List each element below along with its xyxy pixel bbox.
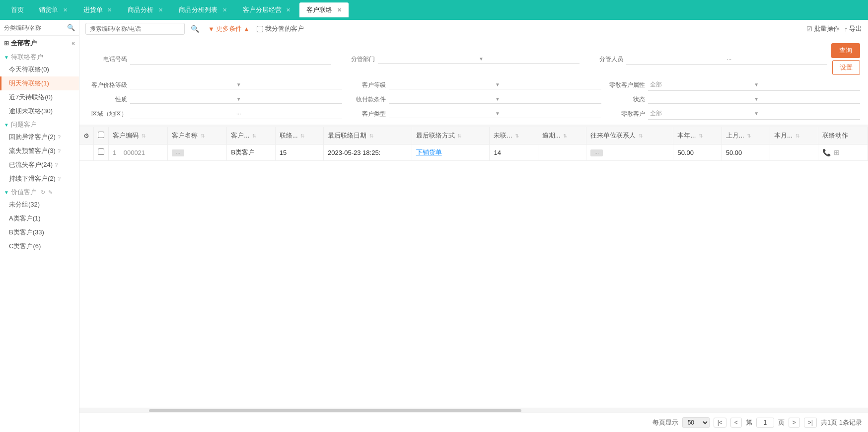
sidebar-item-overdue[interactable]: 逾期未联络(30) (0, 104, 79, 118)
sort-icon[interactable]: ⇅ (142, 133, 145, 139)
sidebar-all-customers[interactable]: ⊞ 全部客户 « (0, 36, 79, 51)
sidebar-search-input[interactable] (4, 24, 65, 31)
close-icon[interactable]: ✕ (286, 7, 290, 13)
my-customers-checkbox-label[interactable]: 我分管的客户 (257, 24, 304, 33)
gear-icon[interactable]: ⚙ (83, 132, 89, 140)
cell-contact-person: ··· (586, 144, 673, 161)
close-icon[interactable]: ✕ (158, 7, 163, 13)
dept-select[interactable]: ▼ (378, 55, 579, 64)
sidebar-search-icon[interactable]: 🔍 (67, 24, 75, 31)
chevron-down-icon: ▼ (754, 96, 858, 102)
region-label: 区域（地区） (87, 110, 127, 118)
scrollbar-thumb[interactable] (149, 409, 521, 412)
sort-icon[interactable]: ⇅ (699, 133, 703, 139)
sidebar-search-area: 🔍 (0, 20, 79, 36)
status-label: 状态 (605, 95, 645, 104)
help-icon[interactable]: ? (55, 162, 58, 168)
chevron-down-icon: ▼ (236, 82, 341, 87)
refresh-icon[interactable]: ↻ (41, 189, 45, 196)
nav-tab-customer-contact[interactable]: 客户联络 ✕ (299, 2, 349, 17)
per-page-select[interactable]: 50 100 (682, 417, 710, 428)
sidebar-item-b-class[interactable]: B类客户(33) (0, 225, 79, 239)
help-icon[interactable]: ? (58, 134, 61, 140)
search-input[interactable] (85, 23, 185, 35)
page-label: 第 (746, 418, 752, 427)
close-icon[interactable]: ✕ (222, 7, 227, 13)
sort-icon[interactable]: ⇅ (457, 133, 461, 139)
last-page-button[interactable]: >| (804, 418, 817, 428)
sidebar-item-a-class[interactable]: A类客户(1) (0, 212, 79, 225)
sidebar-item-declining[interactable]: 持续下滑客户(2) ? (0, 172, 79, 186)
filter-customer-type: 客户类型 ▼ (346, 109, 601, 118)
status-select[interactable]: ▼ (648, 95, 860, 104)
payment-label: 收付款条件 (346, 95, 386, 104)
nav-tab-sales[interactable]: 销货单 ✕ (32, 2, 74, 17)
page-number-input[interactable] (756, 418, 774, 428)
sidebar-item-abnormal[interactable]: 回购异常客户(2) ? (0, 130, 79, 144)
sort-icon[interactable]: ⇅ (252, 133, 256, 139)
help-icon[interactable]: ? (58, 176, 61, 182)
close-icon[interactable]: ✕ (337, 7, 342, 13)
sidebar-item-c-class[interactable]: C类客户(6) (0, 239, 79, 253)
customer-type-select[interactable]: ▼ (389, 109, 601, 118)
nav-home[interactable]: 首页 (5, 2, 30, 17)
sort-icon[interactable]: ⇅ (515, 133, 519, 139)
prev-page-button[interactable]: < (730, 418, 742, 428)
export-button[interactable]: ↑ 导出 (845, 24, 863, 33)
settings-button[interactable]: 设置 (832, 60, 860, 75)
filter-row-3: 性质 ▼ 收付款条件 ▼ 状态 (87, 95, 860, 104)
sidebar-item-today[interactable]: 今天待联络(0) (0, 63, 79, 76)
more-icon: ··· (726, 56, 825, 63)
first-page-button[interactable]: |< (714, 418, 726, 428)
more-conditions-button[interactable]: ▼ 更多条件 ▲ (205, 23, 253, 35)
retail-customer-select[interactable]: 全部 ▼ (648, 108, 860, 120)
sort-icon[interactable]: ⇅ (796, 133, 799, 139)
collapse-icon[interactable]: « (72, 40, 75, 47)
nav-tab-purchase[interactable]: 进货单 ✕ (76, 2, 119, 17)
col-last-method: 最后联络方式 ⇅ (412, 127, 490, 144)
my-customers-checkbox[interactable] (257, 26, 263, 32)
last-method-link[interactable]: 下销货单 (416, 148, 442, 156)
sidebar-item-ungrouped[interactable]: 未分组(32) (0, 198, 79, 212)
batch-operation-button[interactable]: ☑ 批量操作 (806, 24, 840, 33)
person-select[interactable]: ··· (626, 54, 827, 65)
sidebar-item-tomorrow[interactable]: 明天待联络(1) (0, 76, 79, 90)
sort-icon[interactable]: ⇅ (563, 133, 567, 139)
horizontal-scrollbar[interactable] (79, 408, 868, 413)
sort-icon[interactable]: ⇅ (201, 133, 205, 139)
col-check (94, 127, 109, 144)
col-customer-code: 客户编码 ⇅ (109, 127, 168, 144)
grid-action-icon[interactable]: ⊞ (834, 148, 840, 156)
phone-input[interactable] (130, 54, 331, 65)
nav-tab-product-list[interactable]: 商品分析列表 ✕ (172, 2, 234, 17)
price-level-select[interactable]: ▼ (130, 80, 342, 89)
sort-icon[interactable]: ⇅ (639, 133, 643, 139)
nav-tab-product-analysis[interactable]: 商品分析 ✕ (121, 2, 170, 17)
phone-action-icon[interactable]: 📞 (822, 148, 831, 156)
sort-icon[interactable]: ⇅ (300, 133, 304, 139)
select-all-checkbox[interactable] (98, 132, 104, 138)
next-page-button[interactable]: > (789, 418, 800, 428)
row-checkbox[interactable] (98, 148, 104, 155)
edit-icon[interactable]: ✎ (48, 189, 53, 196)
help-icon[interactable]: ? (58, 148, 61, 154)
close-icon[interactable]: ✕ (63, 7, 68, 13)
filter-status: 状态 ▼ (605, 95, 860, 104)
sidebar-item-lost[interactable]: 已流失客户(24) ? (0, 158, 79, 172)
query-button[interactable]: 查询 (831, 43, 860, 58)
nature-select[interactable]: ▼ (130, 95, 342, 104)
region-select[interactable]: ··· (130, 109, 342, 119)
query-btn-group: 查询 设置 (831, 43, 860, 75)
sort-icon[interactable]: ⇅ (747, 133, 751, 139)
retail-attr-select[interactable]: 全部 ▼ (648, 79, 860, 91)
phone-label: 电话号码 (87, 55, 127, 64)
cell-level: B类客户 (227, 144, 275, 161)
close-icon[interactable]: ✕ (107, 7, 112, 13)
sidebar-item-lost-warning[interactable]: 流失预警客户(3) ? (0, 144, 79, 158)
customer-level-select[interactable]: ▼ (389, 80, 601, 89)
sidebar-item-7days[interactable]: 近7天待联络(0) (0, 90, 79, 104)
payment-select[interactable]: ▼ (389, 95, 601, 104)
search-button[interactable]: 🔍 (189, 24, 201, 34)
sort-icon[interactable]: ⇅ (369, 133, 373, 139)
nav-tab-customer-segment[interactable]: 客户分层经营 ✕ (236, 2, 298, 17)
